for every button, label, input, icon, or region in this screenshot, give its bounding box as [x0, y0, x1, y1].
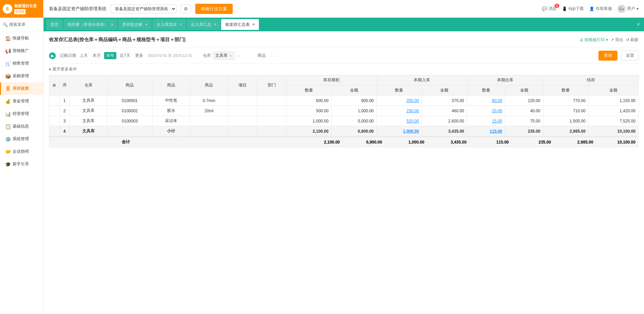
- row2-out-qty[interactable]: 20.00: [467, 106, 505, 116]
- top-header: 装备及固定资产辅助管理系统 装备及固定资产辅助管理系统 ⚙ 体验行业方案 💬 消…: [44, 0, 644, 18]
- page-content: 收发存汇总表(按仓库＋商品编码＋商品＋规格型号＋项目＋部门) 🖨 按模板打印 ▾…: [44, 31, 644, 314]
- col-out-header: 本期出库: [467, 75, 543, 85]
- row1-in-qty[interactable]: 250.00: [377, 96, 422, 106]
- tab-batch-account[interactable]: 库存批次账 ×: [118, 19, 152, 30]
- date-btn-this-year[interactable]: 本年: [104, 52, 116, 59]
- warehouse-filter-more[interactable]: ···: [236, 53, 240, 58]
- expand-conditions-button[interactable]: ▾ 展开更多条件: [49, 66, 77, 72]
- row3-warehouse: 文具库: [70, 116, 108, 126]
- total-close-qty: 2,985.00: [554, 140, 596, 145]
- message-icon: 💬: [542, 6, 547, 11]
- query-button[interactable]: 查询: [598, 51, 617, 61]
- date-btn-more[interactable]: 更多: [134, 52, 145, 59]
- sidebar-item-inventory[interactable]: 🗄 库存核算: [0, 82, 43, 95]
- row2-warehouse: 文具库: [70, 106, 108, 116]
- settings-gear-button[interactable]: ⚙: [181, 4, 191, 13]
- subtotal-out-qty[interactable]: 115.00: [467, 126, 505, 136]
- date-btn-this-month[interactable]: 本月: [91, 52, 102, 59]
- col-settings-header: ⚙: [49, 75, 60, 96]
- warehouse-tag-close[interactable]: ×: [229, 54, 232, 58]
- col-close-amt-header: 金额: [589, 85, 639, 96]
- sidebar-item-purchase[interactable]: 📦 采购管理: [0, 70, 43, 82]
- app-download-label: App下载: [568, 6, 584, 12]
- total-in-qty: 1,000.00: [385, 140, 427, 145]
- tab-recv-send-summary-close[interactable]: ×: [251, 22, 255, 27]
- sidebar-item-basic-info[interactable]: 📋 基础信息: [0, 120, 43, 133]
- message-button[interactable]: 💬 消息 6: [542, 6, 557, 12]
- goods-filter-more[interactable]: ···: [270, 53, 274, 58]
- row3-in-qty[interactable]: 520.00: [377, 116, 422, 126]
- sidebar-item-sales[interactable]: 🛒 销售管理: [0, 57, 43, 70]
- online-service-button[interactable]: 👤 在线客服: [589, 6, 612, 12]
- row3-out-qty[interactable]: 15.00: [467, 116, 505, 126]
- filter-collapse-button[interactable]: ▶: [49, 52, 56, 59]
- row3-open-amt: 5,000.00: [331, 116, 377, 126]
- row1-goods-name: 中性笔: [152, 96, 190, 106]
- tab-in-out-summary[interactable]: 出入库汇总 ×: [187, 19, 220, 30]
- subtotal-spec: [190, 126, 228, 136]
- sidebar-item-finance[interactable]: 💰 资金管理: [0, 95, 43, 108]
- chevron-print-icon: ▾: [606, 37, 608, 42]
- total-in-amt: 3,435.00: [427, 140, 469, 145]
- tab-recv-send-summary[interactable]: 收发存汇总表 ×: [221, 19, 259, 30]
- logo-icon: 6: [3, 4, 12, 14]
- total-open-amt: 6,900.00: [343, 140, 385, 145]
- warehouse-filter-tag: 文具库 ×: [213, 52, 234, 60]
- enterprise-icon: 🤝: [5, 149, 11, 154]
- row2-close-qty: 710.00: [543, 106, 589, 116]
- tab-inventory-dist-close[interactable]: ×: [110, 22, 113, 27]
- subtotal-open-qty: 2,100.00: [286, 126, 331, 136]
- subtotal-close-qty: 2,985.00: [543, 126, 589, 136]
- tab-home[interactable]: 首页: [46, 19, 63, 30]
- col-in-qty-header: 数量: [377, 85, 422, 96]
- date-btn-7days[interactable]: 近7天: [118, 52, 132, 59]
- row1-out-qty[interactable]: 80.00: [467, 96, 505, 106]
- tab-in-out-summary-close[interactable]: ×: [213, 22, 216, 27]
- search-menu-button[interactable]: 🔍 搜索菜单: [3, 20, 40, 29]
- date-btn-last-month[interactable]: 上月: [78, 52, 89, 59]
- warehouse-filter-group: 仓库 文具库 × ···: [203, 52, 240, 60]
- col-open-qty-header: 数量: [286, 85, 331, 96]
- column-settings-button[interactable]: 设置: [622, 51, 639, 61]
- sidebar-nav: 🏠 快捷导航 📢 营销推广 🛒 销售管理 📦 采购管理 🗄 库存核算 💰 资金管…: [0, 32, 43, 314]
- online-service-label: 在线客服: [596, 6, 612, 12]
- data-table: ⚙ 序 仓库 商品 商品 商品 项目 部门 库存期初 本期入库 本期出库 结存: [49, 75, 639, 136]
- close-all-tabs-button[interactable]: ×: [635, 20, 641, 29]
- sidebar-item-quick-nav[interactable]: 🏠 快捷导航: [0, 32, 43, 45]
- user-menu-button[interactable]: Ea 用户 ▾: [617, 5, 639, 13]
- tab-batch-account-close[interactable]: ×: [144, 22, 148, 27]
- trial-button[interactable]: 体验行业方案: [195, 4, 233, 14]
- export-button[interactable]: ↗ 导出: [611, 37, 623, 43]
- sidebar-item-label: 新手引导: [13, 161, 29, 167]
- col-closing-header: 结存: [543, 75, 639, 85]
- filter-bar: ▶ 记账日期 上月 本月 本年 近7天 更多 2023-01-01 至 2023…: [49, 48, 639, 64]
- app-download-button[interactable]: 📱 App下载: [562, 6, 584, 12]
- sidebar-item-guide[interactable]: 🎓 新手引导: [0, 158, 43, 170]
- basic-info-icon: 📋: [5, 124, 11, 129]
- page-inner: 收发存汇总表(按仓库＋商品编码＋商品＋规格型号＋项目＋部门) 🖨 按模板打印 ▾…: [44, 31, 644, 314]
- row1-project: [228, 96, 257, 106]
- system-selector[interactable]: 装备及固定资产辅助管理系统: [111, 4, 177, 13]
- print-button[interactable]: 🖨 按模板打印 ▾: [579, 37, 608, 43]
- row3-project: [228, 116, 257, 126]
- subtotal-warehouse: 文具库: [70, 126, 108, 136]
- sidebar-item-enterprise[interactable]: 🤝 企业协同: [0, 145, 43, 158]
- row2-in-qty[interactable]: 230.00: [377, 106, 422, 116]
- subtotal-in-qty[interactable]: 1,000.00: [377, 126, 422, 136]
- tab-in-out-flow-close[interactable]: ×: [178, 22, 182, 27]
- sidebar-item-operations[interactable]: 📊 经营管理: [0, 108, 43, 120]
- sidebar-item-system[interactable]: ⚙️ 系统管理: [0, 133, 43, 145]
- tab-in-out-flow[interactable]: 出入库流水 ×: [152, 19, 186, 30]
- row2-no: 2: [60, 106, 70, 116]
- tab-inventory-dist-label: 现存量（库存分布表）: [67, 22, 108, 28]
- row2-close-amt: 1,420.00: [589, 106, 639, 116]
- col-department-header: 部门: [257, 75, 286, 96]
- total-close-amt: 10,100.00: [596, 140, 638, 145]
- tab-inventory-dist[interactable]: 现存量（库存分布表） ×: [63, 19, 117, 30]
- system-title: 装备及固定资产辅助管理系统: [49, 6, 106, 12]
- row2-settings: [49, 106, 60, 116]
- app-name: 畅捷通好生意: [14, 3, 37, 9]
- sidebar-item-marketing[interactable]: 📢 营销推广: [0, 45, 43, 57]
- refresh-button[interactable]: ↺ 刷新: [626, 37, 639, 43]
- sidebar-search-area[interactable]: 🔍 搜索菜单: [0, 18, 43, 32]
